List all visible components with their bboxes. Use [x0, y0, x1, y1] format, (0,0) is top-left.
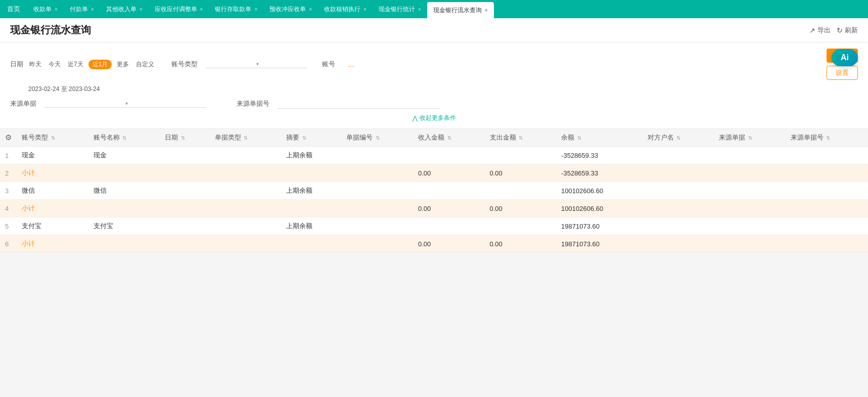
cell-expense	[485, 147, 557, 164]
close-icon[interactable]: ×	[309, 7, 312, 12]
source-doc-filter: 来源单据 ▾	[10, 99, 206, 108]
cell-doc-no	[341, 164, 413, 182]
cell-date	[160, 147, 210, 164]
row-number: 3	[0, 182, 17, 200]
close-icon[interactable]: ×	[200, 7, 203, 12]
cell-source-doc-no	[786, 200, 868, 217]
table-row: 3微信微信上期余额100102606.60	[0, 182, 868, 200]
cell-doc-no	[341, 235, 413, 253]
th-income[interactable]: 收入金额 ⇅	[413, 129, 485, 147]
nav-tab-shoukuanhexiao[interactable]: 收款核销执行 ×	[318, 0, 373, 18]
th-account-type[interactable]: 账号类型 ⇅	[17, 129, 88, 147]
cell-date	[160, 182, 210, 200]
row-number: 1	[0, 147, 17, 164]
cell-doc-no	[341, 217, 413, 235]
date-opt-custom[interactable]: 自定义	[134, 60, 156, 69]
cell-counterpart	[643, 217, 714, 235]
cell-expense	[485, 217, 557, 235]
cell-balance: 100102606.60	[556, 182, 643, 200]
th-counterpart[interactable]: 对方户名 ⇅	[643, 129, 714, 147]
cell-income	[413, 147, 485, 164]
table-row: 2小计0.000.00-3528659.33	[0, 164, 868, 182]
close-icon[interactable]: ×	[254, 7, 257, 12]
close-icon[interactable]: ×	[485, 8, 488, 13]
th-expense[interactable]: 支出金额 ⇅	[485, 129, 557, 147]
cell-income: 0.00	[413, 200, 485, 217]
date-opt-yesterday[interactable]: 昨天	[27, 60, 43, 69]
ai-badge[interactable]: Ai	[832, 49, 858, 66]
cell-balance: -3528659.33	[556, 147, 643, 164]
th-doc-no[interactable]: 单据编号 ⇅	[341, 129, 413, 147]
source-doc-select[interactable]: ▾	[44, 100, 206, 108]
close-icon[interactable]: ×	[363, 7, 367, 12]
close-icon[interactable]: ×	[140, 7, 143, 12]
account-dots[interactable]: ...	[347, 60, 354, 69]
cell-account-type: 小计	[17, 235, 88, 253]
nav-tab-yinhangcunqu[interactable]: 银行存取款单 ×	[209, 0, 263, 18]
header-actions: ↗ 导出 ↻ 刷新	[809, 26, 858, 35]
date-opt-more[interactable]: 更多	[115, 60, 131, 69]
close-icon[interactable]: ×	[55, 7, 58, 12]
page-title: 现金银行流水查询	[10, 23, 91, 37]
cell-expense	[485, 182, 557, 200]
cell-summary	[281, 235, 341, 253]
th-date[interactable]: 日期 ⇅	[160, 129, 210, 147]
cell-doc-type	[210, 200, 282, 217]
cell-summary	[281, 200, 341, 217]
nav-tab-liushuichaxun[interactable]: 现金银行流水查询 ×	[427, 2, 494, 18]
collapse-bar[interactable]: ⋀ 收起更多条件	[10, 114, 858, 122]
cell-counterpart	[643, 235, 714, 253]
table-row: 6小计0.000.0019871073.60	[0, 235, 868, 253]
nav-tab-shoukuandan[interactable]: 收款单 ×	[27, 0, 64, 18]
source-doc-no-input[interactable]	[280, 100, 437, 107]
chevron-down-icon: ▾	[125, 101, 204, 106]
refresh-button[interactable]: ↻ 刷新	[837, 26, 858, 35]
cell-doc-no	[341, 147, 413, 164]
th-summary[interactable]: 摘要 ⇅	[281, 129, 341, 147]
gear-icon[interactable]: ⚙	[5, 133, 12, 142]
th-balance[interactable]: 余额 ⇅	[556, 129, 643, 147]
page-header: 现金银行流水查询 ↗ 导出 ↻ 刷新	[0, 18, 868, 42]
nav-tab-fukuandan[interactable]: 付款单 ×	[64, 0, 100, 18]
sort-icon: ⇅	[51, 135, 55, 141]
cell-summary: 上期余额	[281, 147, 341, 164]
date-opt-today[interactable]: 今天	[47, 60, 63, 69]
export-button[interactable]: ↗ 导出	[809, 26, 831, 35]
cell-source-doc	[714, 235, 786, 253]
nav-tab-xianjintongji[interactable]: 现金银行统计 ×	[373, 0, 427, 18]
cell-account-type: 小计	[17, 200, 88, 217]
cell-counterpart	[643, 147, 714, 164]
cell-account-name	[88, 164, 160, 182]
nav-tab-yushou[interactable]: 预收冲应收单 ×	[263, 0, 318, 18]
cell-expense: 0.00	[485, 200, 557, 217]
date-opt-7days[interactable]: 近7天	[66, 60, 85, 69]
row-number: 2	[0, 164, 17, 182]
cell-income: 0.00	[413, 164, 485, 182]
th-gear: ⚙	[0, 129, 17, 147]
cell-source-doc	[714, 147, 786, 164]
cell-source-doc	[714, 164, 786, 182]
account-label: 账号	[322, 60, 335, 69]
cell-date	[160, 217, 210, 235]
cell-summary	[281, 164, 341, 182]
sort-icon: ⇅	[676, 135, 680, 141]
nav-home[interactable]: 首页	[0, 0, 27, 18]
close-icon[interactable]: ×	[418, 7, 421, 12]
settings-button[interactable]: 设置	[827, 66, 858, 80]
th-account-name[interactable]: 账号名称 ⇅	[88, 129, 160, 147]
cell-account-type: 支付宝	[17, 217, 88, 235]
cell-doc-no	[341, 182, 413, 200]
cell-balance: 100102606.60	[556, 200, 643, 217]
nav-tab-qitashouruden[interactable]: 其他收入单 ×	[100, 0, 149, 18]
th-doc-type[interactable]: 单据类型 ⇅	[210, 129, 282, 147]
cell-counterpart	[643, 182, 714, 200]
th-source-doc[interactable]: 来源单据 ⇅	[714, 129, 786, 147]
close-icon[interactable]: ×	[91, 7, 94, 12]
date-opt-1month[interactable]: 近1月	[88, 60, 112, 69]
sort-icon: ⇅	[181, 135, 185, 141]
export-icon: ↗	[809, 26, 815, 34]
account-type-select[interactable]: ▾	[206, 60, 307, 68]
cell-account-name	[88, 200, 160, 217]
nav-tab-yingshouyingfu[interactable]: 应收应付调整单 ×	[149, 0, 209, 18]
th-source-doc-no[interactable]: 来源单据号 ⇅	[786, 129, 868, 147]
